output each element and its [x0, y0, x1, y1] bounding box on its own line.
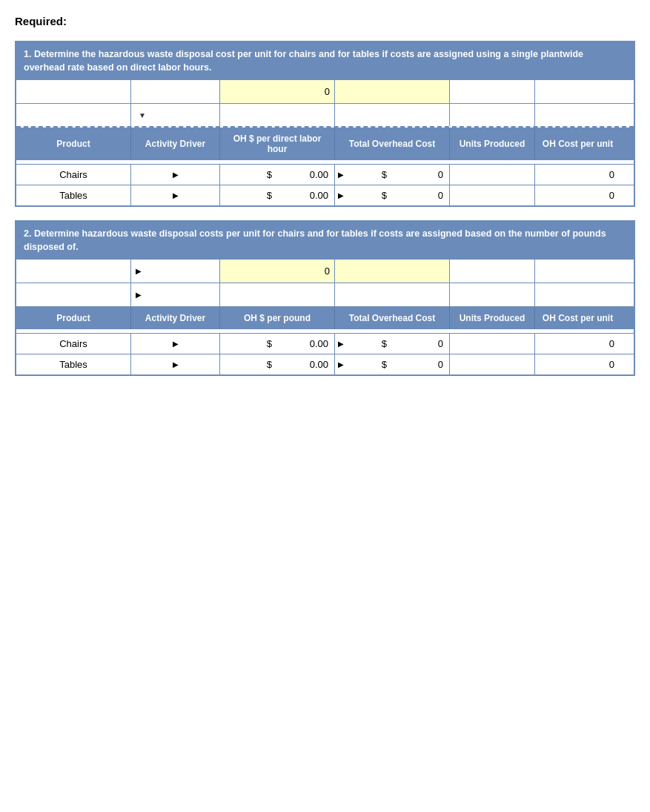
s2r1-col3-input[interactable]	[225, 265, 330, 277]
s1-tables-activity[interactable]: ▶	[131, 185, 220, 205]
s1-tables-total-arrow-icon: ▶	[338, 191, 344, 199]
s2-chairs-total-arrow-icon: ▶	[338, 340, 344, 348]
s1r2-col5	[450, 104, 535, 126]
s1-chairs-units[interactable]	[450, 165, 535, 185]
s1-tables-units-input[interactable]	[456, 190, 528, 201]
s1-chairs-product: Chairs	[16, 165, 131, 185]
col-header-units: Units Produced	[450, 307, 535, 329]
section1-rate-row-2: ▼	[16, 104, 634, 128]
s2-tables-units[interactable]	[450, 354, 535, 374]
s2r1-col4[interactable]	[335, 260, 450, 283]
s1r1-col6	[535, 80, 620, 103]
s1-chairs-oh-unit-input[interactable]	[541, 169, 614, 180]
s1r2-col2[interactable]: ▼	[131, 104, 220, 126]
dollar-sign: $	[267, 190, 272, 201]
col-header-oh-unit: OH Cost per unit	[535, 128, 620, 160]
s1-chairs-oh-rate[interactable]: $	[220, 165, 335, 185]
s2r1-col6	[535, 260, 620, 283]
s1-chairs-units-input[interactable]	[456, 169, 528, 180]
s1r2-col6	[535, 104, 620, 126]
s2-chairs-total-oh-input[interactable]	[391, 338, 443, 349]
section1-rate-row-1	[16, 80, 634, 104]
s2-chairs-units[interactable]	[450, 334, 535, 354]
dollar-sign: $	[382, 169, 387, 180]
col-header-oh-rate: OH $ per pound	[220, 307, 335, 329]
s2-chairs-units-input[interactable]	[456, 338, 528, 349]
s1-tables-total-oh-input[interactable]	[391, 190, 443, 201]
s2-chairs-activity[interactable]: ▶	[131, 334, 220, 354]
s1-chairs-total-arrow-icon: ▶	[338, 171, 344, 179]
s1r2-col4	[335, 104, 450, 126]
table-row: Tables ▶ $ ▶ $	[16, 185, 634, 205]
s1-tables-total-oh[interactable]: ▶ $	[335, 185, 450, 205]
s1-chairs-oh-unit[interactable]	[535, 165, 620, 185]
dollar-sign: $	[382, 338, 387, 349]
s2-chairs-total-oh[interactable]: ▶ $	[335, 334, 450, 354]
table-row: Chairs ▶ $ ▶ $	[16, 165, 634, 185]
s2-tables-product: Tables	[16, 354, 131, 374]
page-title: Required:	[15, 15, 635, 27]
s1r1-col4[interactable]	[335, 80, 450, 103]
s1r1-col3[interactable]	[220, 80, 335, 103]
s1-chairs-total-oh[interactable]: ▶ $	[335, 165, 450, 185]
s1-tables-product: Tables	[16, 185, 131, 205]
s2-chairs-arrow-icon: ▶	[173, 340, 179, 348]
col-header-product: Product	[16, 128, 131, 160]
dollar-sign: $	[267, 169, 272, 180]
s1r2-col3	[220, 104, 335, 126]
col-header-total-oh: Total Overhead Cost	[335, 128, 450, 160]
section1-col-headers: Product Activity Driver OH $ per direct …	[16, 128, 634, 160]
col-header-product: Product	[16, 307, 131, 329]
s2-tables-total-oh-input[interactable]	[391, 359, 443, 370]
s1-tables-oh-rate-input[interactable]	[276, 190, 328, 201]
s2r1-arrow-icon: ▶	[136, 267, 142, 275]
s2r1-col1	[16, 260, 131, 283]
section-2: 2. Determine hazardous waste disposal co…	[15, 220, 635, 376]
s2-tables-oh-unit[interactable]	[535, 354, 620, 374]
s2-tables-total-oh[interactable]: ▶ $	[335, 354, 450, 374]
s2-chairs-product: Chairs	[16, 334, 131, 354]
section2-rate-row-2: ▶	[16, 283, 634, 307]
section2-rate-row-1: ▶	[16, 260, 634, 283]
section2-col-headers: Product Activity Driver OH $ per pound T…	[16, 307, 634, 329]
s1-tables-arrow-icon: ▶	[173, 191, 179, 199]
s2-tables-arrow-icon: ▶	[173, 360, 179, 369]
s1-tables-oh-unit[interactable]	[535, 185, 620, 205]
s1-tables-units[interactable]	[450, 185, 535, 205]
s2r2-col2[interactable]: ▶	[131, 283, 220, 306]
col-header-activity: Activity Driver	[131, 128, 220, 160]
s1-chairs-total-oh-input[interactable]	[391, 169, 443, 180]
dollar-sign: $	[267, 359, 272, 370]
s2-tables-oh-rate-input[interactable]	[276, 359, 328, 370]
table-row: Chairs ▶ $ ▶ $	[16, 334, 634, 354]
s1-chairs-oh-rate-input[interactable]	[276, 169, 328, 180]
s2r1-col3[interactable]	[220, 260, 335, 283]
section-1: 1. Determine the hazardous waste disposa…	[15, 41, 635, 207]
dollar-sign: $	[382, 190, 387, 201]
s2-tables-activity[interactable]: ▶	[131, 354, 220, 374]
s2r2-col3	[220, 283, 335, 306]
s2-tables-oh-rate[interactable]: $	[220, 354, 335, 374]
s2r1-col5	[450, 260, 535, 283]
s2r2-col5	[450, 283, 535, 306]
dollar-sign: $	[382, 359, 387, 370]
s2-tables-oh-unit-input[interactable]	[541, 359, 614, 370]
s1r1-col3-input[interactable]	[225, 86, 330, 97]
s1-tables-oh-unit-input[interactable]	[541, 190, 614, 201]
s2-chairs-oh-rate-input[interactable]	[276, 338, 328, 349]
s1r1-col5	[450, 80, 535, 103]
s2r2-col6	[535, 283, 620, 306]
s2r1-col2[interactable]: ▶	[131, 260, 220, 283]
s2-tables-units-input[interactable]	[456, 359, 528, 370]
s1-tables-oh-rate[interactable]: $	[220, 185, 335, 205]
s2-chairs-oh-unit-input[interactable]	[541, 338, 614, 349]
s2-chairs-oh-unit[interactable]	[535, 334, 620, 354]
s2-tables-total-arrow-icon: ▶	[338, 360, 344, 369]
s2r2-col4	[335, 283, 450, 306]
s2-chairs-oh-rate[interactable]: $	[220, 334, 335, 354]
col-header-units: Units Produced	[450, 128, 535, 160]
section-1-header: 1. Determine the hazardous waste disposa…	[16, 42, 634, 80]
s1r1-col1	[16, 80, 131, 103]
col-header-total-oh: Total Overhead Cost	[335, 307, 450, 329]
s1-chairs-activity[interactable]: ▶	[131, 165, 220, 185]
